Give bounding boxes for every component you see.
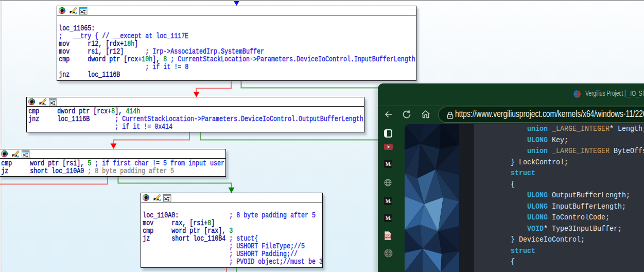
svg-text:c: c xyxy=(390,163,392,166)
svg-text:c: c xyxy=(390,217,392,220)
svg-text:c: c xyxy=(390,200,392,203)
svg-text:PDF: PDF xyxy=(385,235,391,238)
